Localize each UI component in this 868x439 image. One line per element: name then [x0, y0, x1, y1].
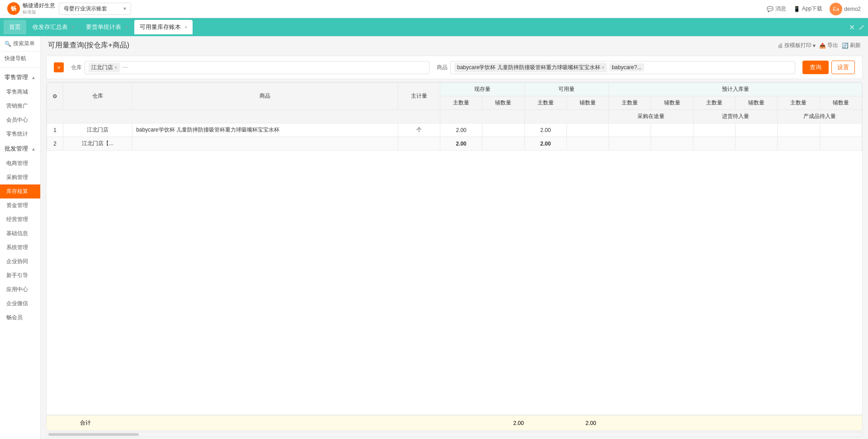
sidebar-item-member[interactable]: 畅会员 [0, 311, 40, 325]
row-prod-sub [820, 123, 862, 137]
current-stock-header: 现存量 [440, 83, 524, 96]
subtotal-avail-sub [566, 137, 609, 151]
template-print-button[interactable]: 🖨 按模板打印 ▾ [778, 42, 816, 49]
brand-name: 畅捷通好生意 [23, 2, 55, 9]
sidebar-item-retail-stats[interactable]: 零售统计 [0, 127, 40, 141]
data-table-area: ⚙ 仓库 商品 主计量 现存量 可用量 预计入库量 主数量 辅数量 主数量 辅数… [46, 82, 863, 415]
avail-main-qty-header: 主数量 [524, 96, 566, 110]
planned-in-header: 预计入库量 [609, 83, 862, 96]
filter-actions: 查询 设置 [802, 61, 855, 74]
purchase-transit-main-header: 主数量 [609, 96, 651, 110]
purchase-transit-group-header: 采购在途量 [609, 110, 693, 123]
avatar: Ea [830, 3, 842, 15]
row-arrival-main [693, 123, 735, 137]
top-bar: 畅 畅捷通好生意 标准版 母婴行业演示账套 ▾ 💬 消息 📱 App下载 Ea … [0, 0, 868, 18]
row-avail-sub [566, 123, 609, 137]
search-menu-button[interactable]: 🔍 搜索菜单 [0, 36, 40, 52]
subtotal-goods [132, 137, 398, 151]
tab-summary[interactable]: 收发存汇总表 × [27, 20, 80, 34]
sidebar-menu-wholesale[interactable]: 批发管理 ▲ [0, 141, 40, 156]
chevron-down-icon: ▾ [123, 5, 126, 12]
footer-label: 合计 [63, 419, 108, 427]
sidebar-item-inventory[interactable]: 库存核算 [0, 184, 40, 198]
sidebar-item-quick-nav[interactable]: 快捷导航 [0, 52, 40, 66]
subtotal-warehouse: 江北门店【... [63, 137, 132, 151]
sidebar-item-ecommerce[interactable]: 电商管理 [0, 156, 40, 170]
brand-logo: 畅 畅捷通好生意 标准版 [7, 2, 55, 15]
goods-filter-input[interactable]: babycare学饮杯 儿童防摔防撞吸管杯重力球吸嘴杯宝宝水杯 × babyca… [450, 61, 795, 74]
row-prod-main [778, 123, 820, 137]
goods-tag-babycare2[interactable]: babycare?... [609, 63, 644, 71]
remove-warehouse-tag[interactable]: × [114, 65, 117, 70]
data-table: ⚙ 仓库 商品 主计量 现存量 可用量 预计入库量 主数量 辅数量 主数量 辅数… [47, 82, 862, 151]
sidebar-item-collab[interactable]: 企业协同 [0, 255, 40, 269]
top-bar-left: 畅 畅捷通好生意 标准版 母婴行业演示账套 ▾ [7, 2, 131, 15]
sidebar-item-newbie[interactable]: 新手引导 [0, 269, 40, 283]
sidebar-item-app-center[interactable]: 应用中心 [0, 283, 40, 297]
sidebar-item-operations[interactable]: 经营管理 [0, 212, 40, 227]
filter-expand-button[interactable]: » [54, 62, 64, 72]
remove-goods-tag[interactable]: × [602, 65, 604, 70]
export-button[interactable]: 📤 导出 [819, 42, 838, 49]
message-icon: 💬 [767, 6, 774, 12]
row-warehouse: 江北门店 [63, 123, 132, 137]
warehouse-tag-jiangbei[interactable]: 江北门店 × [89, 63, 120, 72]
refresh-button[interactable]: 🔄 刷新 [842, 42, 861, 49]
goods-filter-group: 商品 babycare学饮杯 儿童防摔防撞吸管杯重力球吸嘴杯宝宝水杯 × bab… [437, 61, 795, 74]
warehouse-filter-group: 仓库 江北门店 × ··· [71, 61, 429, 74]
stock-sub-qty-header: 辅数量 [482, 96, 524, 110]
page-title: 可用量查询(按仓库+商品) [48, 41, 129, 50]
table-footer: 合计 2.00 2.00 [46, 415, 863, 431]
prod-sub-header: 辅数量 [820, 96, 862, 110]
subtotal-purchase-sub [651, 137, 693, 151]
sidebar-item-finance[interactable]: 资金管理 [0, 198, 40, 212]
query-button[interactable]: 查询 [802, 61, 829, 74]
goods-tag-babycare[interactable]: babycare学饮杯 儿童防摔防撞吸管杯重力球吸嘴杯宝宝水杯 × [454, 63, 607, 72]
sidebar-item-members[interactable]: 会员中心 [0, 113, 40, 127]
sidebar-item-system[interactable]: 系统管理 [0, 241, 40, 255]
scrollbar-thumb[interactable] [48, 433, 139, 436]
expand-icon-wholesale: ▲ [31, 146, 36, 151]
expand-icon: ▲ [31, 75, 36, 80]
sidebar-item-purchase[interactable]: 采购管理 [0, 170, 40, 184]
close-all-tabs-button[interactable]: ✕ [849, 23, 855, 32]
maximize-button[interactable]: ⤢ [859, 23, 864, 32]
goods-header: 商品 [132, 83, 398, 110]
industry-select[interactable]: 母婴行业演示账套 ▾ [59, 3, 131, 15]
sidebar-item-retail-mall[interactable]: 零售商城 [0, 85, 40, 99]
stock-main-qty-header: 主数量 [440, 96, 482, 110]
arrival-sub-header: 辅数量 [736, 96, 778, 110]
avail-sub-qty-header: 辅数量 [566, 96, 609, 110]
tab-close-order-stats[interactable]: × [125, 24, 127, 30]
message-button[interactable]: 💬 消息 [767, 5, 786, 13]
table-row-subtotal: 2 江北门店【... 2.00 2.00 [47, 137, 862, 151]
prod-main-header: 主数量 [778, 96, 820, 110]
user-menu[interactable]: Ea demo2 [830, 3, 861, 15]
tab-home[interactable]: 首页 [4, 20, 26, 34]
warehouse-filter-ellipsis[interactable]: ··· [122, 63, 127, 71]
tab-available-stock[interactable]: 可用量库存账本 × [134, 20, 193, 34]
row-no: 1 [47, 123, 63, 137]
refresh-icon: 🔄 [842, 42, 849, 49]
tab-close-summary[interactable]: × [71, 24, 74, 30]
sidebar-menu-retail[interactable]: 零售管理 ▲ [0, 70, 40, 85]
gear-header[interactable]: ⚙ [47, 83, 63, 110]
warehouse-filter-input[interactable]: 江北门店 × ··· [85, 61, 429, 74]
purchase-transit-sub-header: 辅数量 [651, 96, 693, 110]
download-icon: 📱 [793, 6, 800, 12]
chevron-down-icon-print: ▾ [813, 42, 816, 49]
app-download-button[interactable]: 📱 App下载 [793, 5, 822, 13]
tab-order-stats[interactable]: 要货单统计表 × [80, 20, 133, 34]
sidebar-item-basic-info[interactable]: 基础信息 [0, 227, 40, 241]
nav-tabs: 首页 收发存汇总表 × 要货单统计表 × 可用量库存账本 × ✕ ⤢ [0, 18, 868, 36]
main-layout: 🔍 搜索菜单 快捷导航 零售管理 ▲ 零售商城 营销推广 会员中心 零售统计 批… [0, 36, 868, 439]
horizontal-scrollbar[interactable] [46, 432, 863, 437]
tab-close-available-stock[interactable]: × [184, 24, 187, 30]
arrival-main-header: 主数量 [693, 96, 735, 110]
sidebar-item-wechat[interactable]: 企业微信 [0, 297, 40, 311]
goods-filter-label: 商品 [437, 64, 448, 71]
sidebar-item-marketing[interactable]: 营销推广 [0, 99, 40, 113]
sidebar-divider [0, 67, 40, 68]
settings-button[interactable]: 设置 [831, 61, 855, 74]
filter-bar: » 仓库 江北门店 × ··· 商品 babycare学饮杯 儿童防摔防撞吸管杯… [46, 56, 863, 79]
